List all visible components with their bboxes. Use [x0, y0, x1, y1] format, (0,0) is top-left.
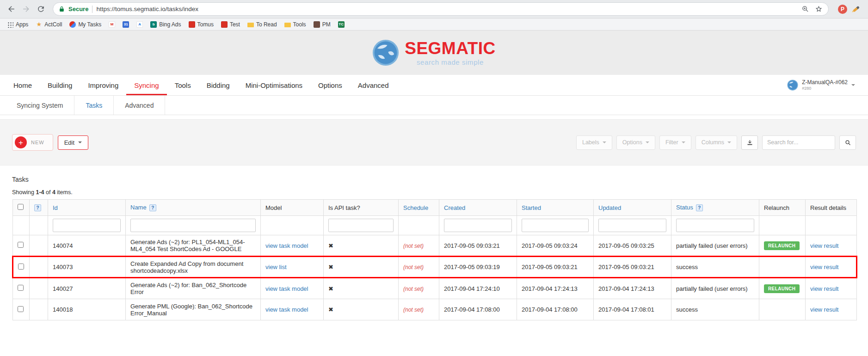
user-menu[interactable]: Z-ManualQA-#062 #280 [787, 75, 855, 95]
relaunch-cell [759, 257, 806, 278]
bookmark-apps[interactable]: Apps [4, 20, 31, 29]
column-label: Is API task? [328, 204, 360, 211]
column-label[interactable]: Name [130, 204, 147, 211]
nav-item-improving[interactable]: Improving [80, 75, 126, 95]
filter-name-input[interactable] [130, 219, 256, 232]
forward-button[interactable] [19, 3, 32, 16]
view-result-link[interactable]: view result [810, 306, 838, 313]
result-cell: view result [806, 278, 857, 299]
nav-item-mini-optimisations[interactable]: Mini-Optimisations [238, 75, 310, 95]
filter-created-input[interactable] [444, 219, 512, 232]
started-cell: 2017-09-05 09:03:24 [517, 235, 594, 257]
help-icon[interactable]: ? [34, 204, 41, 211]
column-header-name: Name? [126, 200, 261, 216]
page-header: SEGMATIC search made simple [0, 31, 868, 75]
help-icon[interactable]: ? [696, 204, 703, 211]
column-label[interactable]: Status [676, 204, 693, 211]
filter-started-input[interactable] [522, 219, 589, 232]
bookmark-tc-icon[interactable]: TC [335, 20, 348, 29]
relaunch-cell: RELAUNCH [759, 235, 806, 257]
nav-item-building[interactable]: Building [40, 75, 80, 95]
column-label[interactable]: Schedule [403, 204, 428, 211]
filter-updated-input[interactable] [598, 219, 666, 232]
bookmark-gmail-icon[interactable]: M [105, 20, 118, 29]
bookmark-bing-ads[interactable]: bBing Ads [147, 20, 184, 29]
bookmark-star-icon[interactable] [815, 5, 823, 13]
column-label[interactable]: Id [53, 204, 58, 211]
extension-icon[interactable]: P [838, 5, 847, 14]
view-model-link[interactable]: view task model [265, 306, 308, 313]
bookmark-calendar-icon[interactable]: 31 [119, 20, 132, 29]
help-icon[interactable]: ? [149, 204, 156, 211]
pencil-extension-icon[interactable] [853, 6, 860, 12]
edit-button[interactable]: Edit [58, 135, 88, 150]
row-checkbox[interactable] [18, 306, 24, 312]
bookmark-to-read[interactable]: To Read [244, 20, 280, 29]
column-header-schedule: Schedule [399, 200, 439, 216]
dropdown-filter[interactable]: Filter [659, 135, 691, 150]
column-label[interactable]: Created [444, 204, 465, 211]
view-model-link[interactable]: view list [265, 264, 287, 270]
subnav-item-tasks[interactable]: Tasks [74, 96, 114, 115]
subnav-item-syncing-system[interactable]: Syncing System [6, 96, 74, 115]
view-result-link[interactable]: view result [810, 264, 838, 270]
task-name-cell: Create Expanded Ad Copy from document sh… [126, 257, 261, 278]
bookmark-a-icon[interactable]: A [133, 20, 146, 29]
column-label[interactable]: Started [522, 204, 541, 211]
column-header-created: Created [439, 200, 517, 216]
view-model-link[interactable]: view task model [265, 285, 308, 292]
main-nav: HomeBuildingImprovingSyncingToolsBidding… [0, 75, 868, 96]
back-button[interactable] [5, 3, 18, 16]
toolbar: + NEW Edit LabelsOptionsFilterColumns [0, 134, 868, 151]
schedule-cell: (not set) [399, 235, 439, 257]
relaunch-button[interactable]: RELAUNCH [764, 284, 800, 293]
test-icon [221, 21, 228, 28]
bookmark-test[interactable]: Test [218, 20, 243, 29]
column-label[interactable]: Updated [598, 204, 621, 211]
zoom-icon[interactable] [801, 5, 809, 13]
select-all-checkbox[interactable] [18, 204, 24, 210]
filter-is-api-task-input[interactable] [328, 219, 394, 232]
segmatic-globe-icon [372, 39, 399, 66]
nav-item-advanced[interactable]: Advanced [350, 75, 397, 95]
bookmark-tomus[interactable]: Tomus [185, 20, 217, 29]
bookmark-pm[interactable]: PM [310, 20, 334, 29]
summary-suffix: items. [55, 189, 73, 196]
bing-icon: b [150, 21, 157, 28]
nav-item-syncing[interactable]: Syncing [126, 75, 166, 95]
bookmark-actcoll[interactable]: ★ActColl [32, 20, 65, 29]
view-model-link[interactable]: view task model [265, 242, 308, 249]
subnav-item-advanced[interactable]: Advanced [114, 96, 165, 115]
nav-item-options[interactable]: Options [310, 75, 350, 95]
row-checkbox[interactable] [18, 264, 24, 270]
row-checkbox[interactable] [18, 242, 24, 248]
nav-item-tools[interactable]: Tools [167, 75, 199, 95]
is-api-cell: ✖ [324, 257, 399, 278]
task-model-cell: view task model [261, 235, 324, 257]
dropdown-labels[interactable]: Labels [576, 135, 612, 150]
brand-name: SEGMATIC [405, 40, 496, 57]
task-id-cell: 140074 [48, 235, 126, 257]
row-select-cell [13, 278, 30, 299]
view-result-link[interactable]: view result [810, 285, 838, 292]
filter-cell-status [671, 216, 759, 235]
new-button[interactable]: + NEW [12, 134, 53, 151]
schedule-cell: (not set) [399, 299, 439, 320]
nav-item-bidding[interactable]: Bidding [199, 75, 238, 95]
view-result-link[interactable]: view result [810, 242, 838, 249]
row-checkbox[interactable] [18, 285, 24, 291]
my-tasks-icon [69, 21, 76, 28]
relaunch-button[interactable]: RELAUNCH [764, 241, 800, 250]
nav-item-home[interactable]: Home [6, 75, 40, 95]
filter-id-input[interactable] [53, 219, 121, 232]
dropdown-options[interactable]: Options [616, 135, 655, 150]
refresh-button[interactable] [34, 3, 47, 16]
search-button[interactable] [839, 135, 856, 150]
search-input[interactable] [762, 135, 835, 150]
filter-status-input[interactable] [676, 219, 754, 232]
dropdown-columns[interactable]: Columns [696, 135, 737, 150]
bookmark-my-tasks[interactable]: My Tasks [66, 20, 105, 29]
bookmark-tools[interactable]: Tools [281, 20, 309, 29]
export-button[interactable] [741, 135, 758, 150]
url-bar[interactable]: Secure https://tomus.segmatic.io/tasks/i… [53, 2, 829, 16]
